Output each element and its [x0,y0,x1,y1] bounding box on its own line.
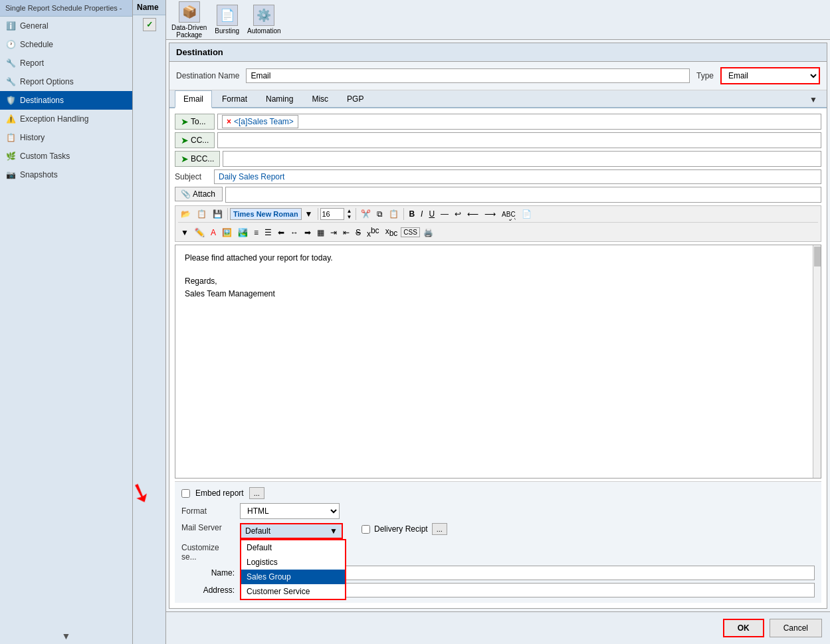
to-input-field[interactable]: × <[a]Sales Team> [217,114,821,130]
rte-undo[interactable]: ↩ [452,208,464,220]
rte-align-right[interactable]: ➡ [302,227,314,239]
sidebar-item-custom-tasks[interactable]: 🌿 Custom Tasks [0,147,132,165]
body-line3: Sales Team Management [185,288,811,300]
rte-font-name[interactable]: Times New Roman [230,208,302,220]
rte-dropdown2[interactable]: ▼ [178,227,191,239]
rte-copy-btn[interactable]: 📋 [194,208,209,220]
rte-cut-btn[interactable]: ✂️ [358,208,373,220]
tab-naming[interactable]: Naming [257,90,302,107]
rte-italic[interactable]: I [418,208,425,220]
mail-server-option-default[interactable]: Default [241,540,345,555]
rte-image1[interactable]: 🖼️ [219,227,235,239]
format-label: Format [181,506,235,516]
to-tag-remove[interactable]: × [227,117,231,126]
type-select[interactable]: Email [720,67,820,84]
destination-header: Destination [169,43,827,62]
delivery-receipt-checkbox[interactable] [362,525,370,534]
sidebar-item-exception-handling[interactable]: ⚠️ Exception Handling [0,110,132,128]
email-body[interactable]: Please find attached your report for tod… [175,245,821,479]
embed-report-checkbox[interactable] [181,489,190,498]
toolbar-automation[interactable]: ⚙️ Automation [247,5,281,35]
report-options-icon: 🔧 [5,76,16,87]
sidebar-item-history[interactable]: 📋 History [0,128,132,147]
rte-arrow2[interactable]: ⟶ [482,208,498,220]
rte-copy2-btn[interactable]: ⧉ [374,208,385,220]
rte-sep3 [356,208,356,220]
destination-name-input[interactable] [246,68,690,83]
tab-pgp[interactable]: PGP [338,90,372,107]
embed-report-label: Embed report [195,488,244,498]
rte-hr[interactable]: — [438,208,451,220]
rte-arrow1[interactable]: ⟵ [465,208,481,220]
rte-list-unordered[interactable]: ☰ [262,227,274,239]
mail-server-select[interactable]: Default ▼ [240,523,343,539]
bursting-icon: 📄 [217,5,238,26]
rte-print[interactable]: 🖨️ [421,227,436,239]
rte-strikethrough[interactable]: S [353,227,363,239]
bcc-input[interactable] [223,151,821,167]
delivery-receipt-options-btn[interactable]: ... [432,523,447,535]
name-column: Name ✓ [133,0,166,644]
rte-paste-btn[interactable]: 📋 [386,208,401,220]
tab-email[interactable]: Email [175,90,212,108]
sidebar-item-general[interactable]: ℹ️ General [0,17,132,35]
rte-size-up[interactable]: ▲▼ [345,207,354,221]
rte-save-btn[interactable]: 💾 [210,208,225,220]
rte-indent[interactable]: ⇥ [328,227,340,239]
rte-spell[interactable]: ABC [499,209,518,219]
toolbar-automation-label: Automation [247,27,281,35]
toolbar-data-driven-label: Data-DrivenPackage [171,24,207,39]
tab-dropdown-arrow[interactable]: ▼ [805,92,821,107]
rte-table[interactable]: ▦ [314,227,327,239]
sidebar-item-report[interactable]: 🔧 Report [0,54,132,72]
cc-input[interactable] [217,132,821,148]
body-line2: Regards, [185,275,811,288]
attach-button[interactable]: 📎 Attach [175,187,223,201]
rte-css[interactable]: CSS [401,227,420,237]
attach-row: 📎 Attach [175,187,821,203]
rte-sep2 [318,208,318,220]
email-body-scrollbar[interactable] [813,245,821,478]
rte-subscript[interactable]: xbc [383,225,401,239]
rte-doc-btn[interactable]: 📄 [519,208,534,220]
rte-outdent[interactable]: ⇤ [340,227,352,239]
rte-align-center[interactable]: ↔ [288,227,301,239]
ok-button[interactable]: OK [723,619,764,637]
rte-open-btn[interactable]: 📂 [178,208,193,220]
mail-server-option-logistics[interactable]: Logistics [241,555,345,570]
sidebar-collapse-arrow[interactable]: ▼ [62,631,71,641]
rte-list-ordered[interactable]: ≡ [251,227,261,239]
mail-server-option-customer-service[interactable]: Customer Service [241,584,345,599]
cc-button[interactable]: ➤ CC... [175,132,215,148]
rte-align-left[interactable]: ⬅ [275,227,287,239]
embed-report-options-btn[interactable]: ... [249,487,264,499]
sidebar-item-report-options[interactable]: 🔧 Report Options [0,72,132,91]
mail-server-option-sales-group[interactable]: Sales Group [241,570,345,584]
sidebar-item-label: Report Options [20,77,74,86]
email-form: ➤ To... × <[a]Sales Team> ➤ CC... [169,108,827,608]
format-select[interactable]: HTML PDF Excel Word CSV [240,503,340,519]
rte-superscript[interactable]: xbc [364,225,382,240]
sidebar-item-schedule[interactable]: 🕐 Schedule [0,35,132,54]
attach-input[interactable] [225,187,821,203]
rte-font-dropdown[interactable]: ▼ [302,208,316,220]
toolbar-bursting[interactable]: 📄 Bursting [215,5,239,35]
rte-image2[interactable]: 🏞️ [235,227,251,239]
rte-underline[interactable]: U [426,208,437,220]
cancel-button[interactable]: Cancel [770,619,822,637]
destination-name-label: Destination Name [176,71,239,80]
tab-format[interactable]: Format [213,90,256,107]
rte-highlight[interactable]: ✏️ [192,227,207,239]
sidebar-item-snapshots[interactable]: 📷 Snapshots [0,165,132,184]
subject-input[interactable] [214,169,821,184]
bcc-button[interactable]: ➤ BCC... [175,151,220,167]
rte-bold[interactable]: B [406,208,417,220]
toolbar-data-driven[interactable]: 📦 Data-DrivenPackage [171,1,207,39]
footer: OK Cancel [166,611,830,644]
rte-font-size[interactable] [320,208,344,220]
sidebar-item-destinations[interactable]: 🛡️ Destinations [0,91,132,110]
name-column-edit[interactable]: ✓ [143,18,156,31]
rte-font-color[interactable]: A [208,227,219,239]
tab-misc[interactable]: Misc [303,90,337,107]
to-button[interactable]: ➤ To... [175,114,215,130]
